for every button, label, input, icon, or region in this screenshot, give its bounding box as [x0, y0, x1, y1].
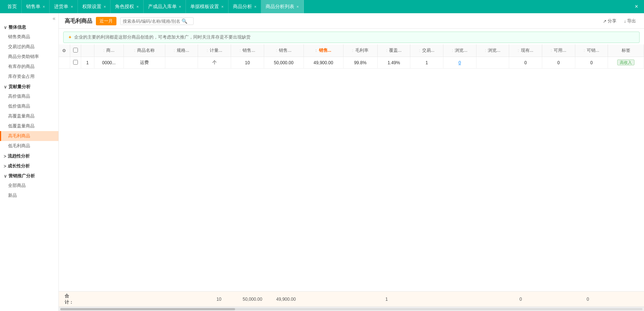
sidebar-item-high-coverage[interactable]: 高覆盖量商品 — [0, 111, 58, 121]
code-column-header[interactable]: : 商... — [94, 44, 124, 57]
sidebar-item-low-coverage[interactable]: 低覆盖量商品 — [0, 121, 58, 131]
top-navigation: 首页 销售单 × 进货单 × 权限设置 × 角色授权 × 产成品入库单 × 单据… — [0, 0, 644, 13]
main-layout: « ∨ 整体信息 销售类商品 交易过的商品 商品分类助销率 有库存的商品 库存资… — [0, 13, 644, 311]
table-header-row: ⚙ : 商... : 商品名称 — [59, 44, 644, 57]
search-input[interactable] — [123, 19, 181, 24]
nav-template-settings[interactable]: 单据模板设置 × — [186, 0, 228, 13]
coverage-sort-icon: : — [386, 48, 387, 53]
sidebar-item-stock-capital[interactable]: 库存资金占用 — [0, 72, 58, 82]
date-filter-button[interactable]: 近一月 — [96, 17, 116, 25]
close-role-auth-icon[interactable]: × — [136, 5, 138, 9]
browse1-column-header[interactable]: : 浏览... — [443, 44, 476, 57]
salable-column-header[interactable]: : 可销... — [575, 44, 608, 57]
browse1-link[interactable]: 0 — [458, 60, 461, 65]
row-checkbox[interactable] — [70, 57, 81, 69]
close-product-analysis-icon[interactable]: × — [254, 5, 256, 9]
row-sales3: 49,900.00 — [303, 57, 343, 69]
row-gross-rate: 99.8% — [343, 57, 377, 69]
sales3-column-header[interactable]: : 销售... — [303, 44, 343, 57]
close-purchase-order-icon[interactable]: × — [71, 5, 73, 9]
export-button[interactable]: ↓ 导出 — [622, 17, 638, 25]
close-sales-order-icon[interactable]: × — [43, 5, 45, 9]
nav-home[interactable]: 首页 — [3, 0, 22, 13]
row-code: 0000... — [94, 57, 124, 69]
nav-role-auth[interactable]: 角色授权 × — [111, 0, 143, 13]
sidebar-group-marketing[interactable]: ∨ 营销推广分析 — [0, 171, 58, 181]
chevron-down-icon-2: ∨ — [4, 84, 7, 90]
salable-sort-icon: : — [584, 48, 585, 53]
sidebar-item-sales-products[interactable]: 销售类商品 — [0, 32, 58, 42]
sales2-column-header[interactable]: : 销售... — [264, 44, 303, 57]
collapse-icon[interactable]: « — [53, 15, 55, 21]
sales2-sort-icon: : — [276, 48, 277, 53]
sidebar-group-overall-info[interactable]: ∨ 整体信息 — [0, 22, 58, 32]
nav-product-inbound[interactable]: 产成品入库单 × — [144, 0, 186, 13]
gross-rate-sort-icon: : — [352, 48, 353, 53]
row-select-checkbox[interactable] — [73, 60, 78, 65]
footer-sales1: 10 — [202, 297, 235, 302]
code-sort-icon: : — [103, 48, 104, 53]
close-permissions-icon[interactable]: × — [104, 5, 106, 9]
content-area: 高毛利商品 近一月 🔍 ↗ 分享 ↓ 导出 ✦ 企业的主要的利润都是这部分商品创… — [59, 13, 644, 311]
settings-column-header[interactable]: ⚙ — [59, 44, 70, 57]
select-all-checkbox[interactable] — [73, 48, 78, 53]
current-column-header[interactable]: : 现有... — [509, 44, 542, 57]
close-product-analysis-list-icon[interactable]: × — [296, 5, 299, 9]
content-header: 高毛利商品 近一月 🔍 ↗ 分享 ↓ 导出 — [59, 13, 644, 29]
nav-permissions[interactable]: 权限设置 × — [78, 0, 111, 13]
nav-product-analysis-list[interactable]: 商品分析列表 × — [261, 0, 303, 13]
nav-product-analysis[interactable]: 商品分析 × — [229, 0, 261, 13]
sidebar-item-traded-products[interactable]: 交易过的商品 — [0, 42, 58, 52]
scrollbar-thumb[interactable] — [60, 308, 235, 310]
table-wrapper[interactable]: ⚙ : 商... : 商品名称 — [59, 44, 644, 291]
nav-purchase-order[interactable]: 进货单 × — [50, 0, 78, 13]
total-values: 10 50,000.00 49,900.00 1 0 0 — [85, 297, 638, 302]
table-row: 1 0000... 运费 个 10 50,000.00 49,900.00 99… — [59, 57, 644, 69]
sidebar-collapse-button[interactable]: « — [0, 13, 58, 22]
footer-salable: 0 — [571, 297, 604, 302]
tip-bar: ✦ 企业的主要的利润都是这部分商品创造的，可考虑加大推广，同时关注库存是不要出现… — [63, 32, 640, 43]
unit-column-header[interactable]: : 计量... — [198, 44, 231, 57]
sidebar-item-high-margin[interactable]: 高毛利商品 — [0, 131, 58, 141]
row-seq: 1 — [81, 57, 94, 69]
nav-sales-order[interactable]: 销售单 × — [22, 0, 50, 13]
trade-column-header[interactable]: : 交易... — [410, 44, 443, 57]
sidebar-item-low-margin[interactable]: 低毛利商品 — [0, 141, 58, 151]
settings-icon[interactable]: ⚙ — [62, 48, 66, 53]
browse1-sort-icon: : — [452, 48, 453, 53]
close-template-settings-icon[interactable]: × — [221, 5, 223, 9]
sidebar-group-contribution[interactable]: ∨ 贡献量分析 — [0, 82, 58, 91]
search-icon[interactable]: 🔍 — [181, 18, 187, 24]
sidebar-item-category-rate[interactable]: 商品分类助销率 — [0, 52, 58, 62]
row-browse2 — [476, 57, 509, 69]
close-all-tabs-button[interactable]: × — [632, 3, 641, 10]
footer-total-bar: 合计： 10 50,000.00 49,900.00 1 0 0 — [59, 291, 644, 307]
spec-column-header[interactable]: : 规格... — [165, 44, 198, 57]
footer-empty5 — [605, 297, 638, 302]
available-sort-icon: : — [551, 48, 552, 53]
scrollbar-track[interactable] — [60, 308, 643, 310]
sidebar-group-growth[interactable]: > 成长性分析 — [0, 161, 58, 171]
name-column-header[interactable]: : 商品名称 — [124, 44, 165, 57]
sidebar-item-high-value[interactable]: 高价值商品 — [0, 91, 58, 101]
sidebar-group-trend[interactable]: > 流趋性分析 — [0, 151, 58, 161]
row-browse1[interactable]: 0 — [443, 57, 476, 69]
share-button[interactable]: ↗ 分享 — [601, 17, 619, 25]
row-current: 0 — [509, 57, 542, 69]
coverage-column-header[interactable]: : 覆盖... — [377, 44, 410, 57]
sidebar-item-in-stock[interactable]: 有库存的商品 — [0, 62, 58, 72]
gross-rate-column-header[interactable]: : 毛利率 — [343, 44, 377, 57]
tag-column-header: 标签 — [608, 44, 644, 57]
sidebar-item-low-value[interactable]: 低价值商品 — [0, 101, 58, 111]
close-product-inbound-icon[interactable]: × — [179, 5, 181, 9]
browse2-column-header[interactable]: : 浏览... — [476, 44, 509, 57]
chevron-down-icon-3: ∨ — [4, 174, 7, 179]
sidebar-item-new-products[interactable]: 新品 — [0, 191, 58, 200]
footer-current: 0 — [504, 297, 537, 302]
horizontal-scrollbar[interactable] — [59, 307, 644, 311]
sales1-column-header[interactable]: : 销售... — [231, 44, 264, 57]
seq-column-header — [81, 44, 94, 57]
sidebar-item-all-products[interactable]: 全部商品 — [0, 181, 58, 191]
available-column-header[interactable]: : 可用... — [542, 44, 575, 57]
chevron-down-icon: ∨ — [4, 25, 7, 30]
